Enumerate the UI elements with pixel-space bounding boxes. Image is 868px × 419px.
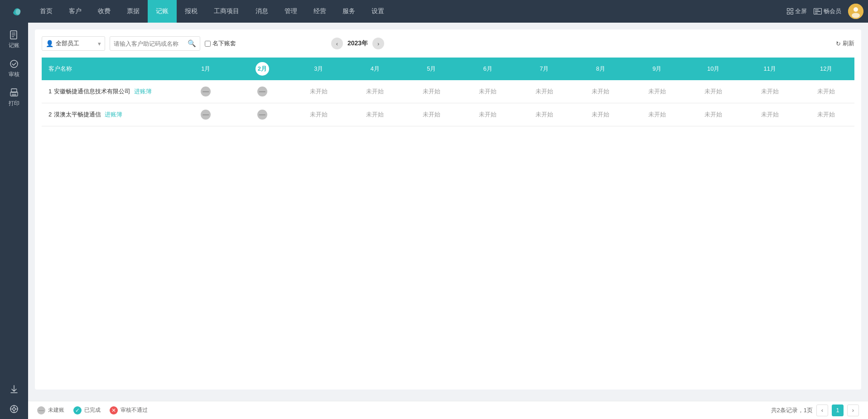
month-cell-6: 未开始 bbox=[460, 103, 516, 126]
print-icon bbox=[9, 87, 19, 98]
employee-select[interactable]: 👤 全部员工 ▾ bbox=[42, 36, 105, 51]
month-cell-4: 未开始 bbox=[347, 103, 404, 126]
my-accounts-checkbox-wrap[interactable]: 名下账套 bbox=[205, 39, 236, 48]
toolbar: 👤 全部员工 ▾ 🔍 名下账套 ‹ 2023年 › ↻ 刷新 bbox=[42, 36, 854, 51]
footer-bar: — 未建账 ✓ 已完成 ✕ 审核不通过 共2条记录，1页 ‹ 1 › bbox=[28, 401, 868, 419]
svg-rect-18 bbox=[12, 94, 16, 96]
member-label: 畅会员 bbox=[824, 7, 841, 15]
fullscreen-button[interactable]: 全屏 bbox=[787, 7, 807, 15]
month-cell-7: 未开始 bbox=[516, 80, 573, 103]
record-info: 共2条记录，1页 bbox=[771, 406, 813, 414]
chevron-down-icon: ▾ bbox=[98, 40, 101, 47]
nav-business[interactable]: 工商项目 bbox=[206, 0, 247, 23]
not-started-status: 未开始 bbox=[761, 88, 779, 95]
svg-rect-5 bbox=[815, 10, 819, 10]
not-started-status: 未开始 bbox=[648, 88, 666, 95]
svg-point-21 bbox=[13, 408, 15, 410]
nav-bills[interactable]: 票据 bbox=[119, 0, 148, 23]
sidebar-item-download[interactable] bbox=[0, 379, 28, 399]
nav-tax[interactable]: 报税 bbox=[177, 0, 206, 23]
col-client-name: 客户名称 bbox=[42, 58, 178, 80]
sidebar-item-accounting[interactable]: 记账 bbox=[0, 25, 28, 54]
not-started-status: 未开始 bbox=[535, 111, 553, 118]
nav-right-area: 全屏 畅会员 bbox=[787, 4, 863, 19]
nav-message[interactable]: 消息 bbox=[247, 0, 276, 23]
not-started-status: 未开始 bbox=[479, 111, 497, 118]
col-month-6: 6月 bbox=[460, 58, 516, 80]
not-started-status: 未开始 bbox=[704, 111, 722, 118]
nav-service[interactable]: 服务 bbox=[334, 0, 363, 23]
legend-rejected-label: 审核不通过 bbox=[121, 406, 148, 414]
next-page-button[interactable]: › bbox=[847, 405, 859, 416]
month-cell-1: — bbox=[178, 103, 234, 126]
not-created-icon: — bbox=[201, 87, 211, 96]
month-cell-5: 未开始 bbox=[403, 103, 460, 126]
col-month-12: 12月 bbox=[798, 58, 855, 80]
month-cell-1: — bbox=[178, 80, 234, 103]
page-1-button[interactable]: 1 bbox=[832, 405, 844, 416]
month-cell-7: 未开始 bbox=[516, 103, 573, 126]
search-input-wrap: 🔍 bbox=[110, 36, 200, 51]
enter-ledger-link[interactable]: 进账簿 bbox=[105, 111, 122, 118]
search-input[interactable] bbox=[114, 40, 188, 47]
prev-year-button[interactable]: ‹ bbox=[331, 38, 343, 49]
nav-operation[interactable]: 经营 bbox=[305, 0, 334, 23]
sidebar-item-print[interactable]: 打印 bbox=[0, 83, 28, 112]
nav-accounting[interactable]: 记账 bbox=[148, 0, 177, 23]
my-accounts-label: 名下账套 bbox=[212, 39, 236, 48]
refresh-button[interactable]: ↻ 刷新 bbox=[836, 39, 854, 48]
member-button[interactable]: 畅会员 bbox=[814, 7, 841, 15]
month-cell-5: 未开始 bbox=[403, 80, 460, 103]
sidebar-item-audit[interactable]: 审核 bbox=[0, 54, 28, 83]
next-year-button[interactable]: › bbox=[372, 38, 384, 49]
sidebar-item-support[interactable] bbox=[0, 399, 28, 419]
year-display: 2023年 bbox=[347, 39, 368, 48]
month-cell-10: 未开始 bbox=[685, 103, 742, 126]
svg-rect-7 bbox=[815, 13, 818, 14]
logo-icon bbox=[10, 4, 24, 19]
client-name-cell: 2漠澳太平畅捷通信进账簿 bbox=[42, 103, 178, 126]
employee-select-text: 全部员工 bbox=[56, 39, 96, 48]
legend-teal-icon: ✓ bbox=[73, 406, 82, 414]
svg-rect-3 bbox=[791, 12, 793, 14]
avatar[interactable] bbox=[848, 4, 863, 19]
support-icon bbox=[9, 404, 19, 414]
sidebar-print-label: 打印 bbox=[9, 100, 19, 107]
month-cell-3: 未开始 bbox=[290, 103, 347, 126]
month-cell-4: 未开始 bbox=[347, 80, 404, 103]
table-header-row: 客户名称 1月 2月 3月 4月 5月 6月 7月 8月 9月 10月 11月 … bbox=[42, 58, 854, 80]
nav-settings[interactable]: 设置 bbox=[363, 0, 392, 23]
legend-rejected: ✕ 审核不通过 bbox=[110, 406, 148, 414]
not-created-icon: — bbox=[257, 87, 267, 96]
nav-customer[interactable]: 客户 bbox=[61, 0, 90, 23]
month-cell-12: 未开始 bbox=[798, 103, 855, 126]
nav-manage[interactable]: 管理 bbox=[276, 0, 305, 23]
refresh-icon: ↻ bbox=[836, 40, 841, 47]
my-accounts-checkbox[interactable] bbox=[205, 41, 211, 47]
client-name: 漠澳太平畅捷通信 bbox=[54, 111, 101, 118]
month-cell-2: — bbox=[234, 80, 291, 103]
not-started-status: 未开始 bbox=[479, 88, 497, 95]
client-num: 1 bbox=[48, 88, 52, 95]
not-started-status: 未开始 bbox=[592, 111, 609, 118]
nav-fees[interactable]: 收费 bbox=[90, 0, 119, 23]
search-icon[interactable]: 🔍 bbox=[188, 39, 196, 48]
col-month-7: 7月 bbox=[516, 58, 573, 80]
not-started-status: 未开始 bbox=[310, 111, 328, 118]
col-month-8: 8月 bbox=[573, 58, 629, 80]
not-started-status: 未开始 bbox=[592, 88, 609, 95]
enter-ledger-link[interactable]: 进账簿 bbox=[134, 88, 152, 95]
not-created-icon: — bbox=[201, 110, 211, 120]
svg-point-10 bbox=[852, 13, 860, 18]
col-month-5: 5月 bbox=[403, 58, 460, 80]
logo bbox=[5, 4, 29, 19]
not-started-status: 未开始 bbox=[648, 111, 666, 118]
ledger-icon bbox=[9, 29, 19, 40]
fullscreen-label: 全屏 bbox=[795, 7, 807, 15]
nav-home[interactable]: 首页 bbox=[32, 0, 61, 23]
not-started-status: 未开始 bbox=[761, 111, 779, 118]
not-started-status: 未开始 bbox=[817, 111, 835, 118]
prev-page-button[interactable]: ‹ bbox=[816, 405, 828, 416]
client-name: 安徽畅捷通信息技术有限公司 bbox=[54, 88, 130, 95]
month-cell-11: 未开始 bbox=[742, 80, 798, 103]
